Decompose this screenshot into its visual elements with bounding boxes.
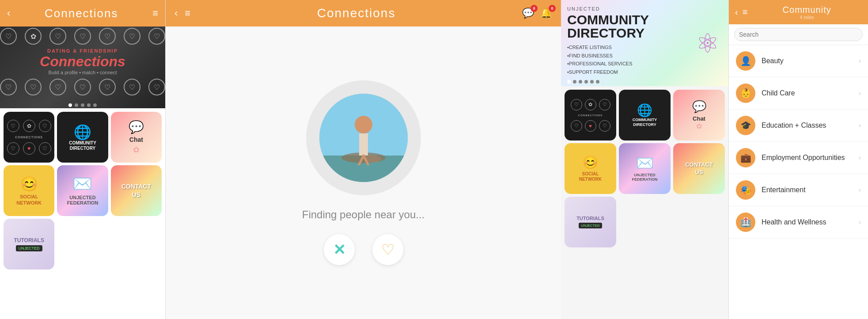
dot-5[interactable]	[93, 103, 97, 107]
sidebar-item-beauty[interactable]: 👤 Beauty ›	[729, 45, 868, 77]
banner-icon-1: ♡	[0, 28, 17, 45]
child-care-icon: 👶	[736, 84, 755, 103]
svg-point-4	[355, 116, 372, 133]
dot-3[interactable]	[81, 103, 84, 107]
beauty-label: Beauty	[762, 57, 853, 65]
child-care-label: Child Care	[762, 89, 853, 97]
banner-dots	[68, 103, 97, 107]
dislike-button[interactable]: ✕	[324, 234, 355, 265]
rm-directory-label: COMMUNITYDIRECTORY	[633, 118, 657, 127]
rdot-1[interactable]	[567, 80, 571, 84]
social-label: SOCIALNETWORK	[16, 194, 42, 205]
banner-icon-b1: ♡	[0, 79, 17, 95]
rdot-4[interactable]	[584, 80, 588, 84]
sidebar-back-icon[interactable]: ‹	[735, 7, 738, 17]
connections-badge: DATING & FRIENDSHIP Connections Build a …	[40, 48, 125, 75]
dot-4[interactable]	[87, 103, 91, 107]
sidebar-item-education[interactable]: 🎓 Education + Classes ›	[729, 110, 868, 142]
employment-label: Employment Opportunities	[762, 154, 853, 162]
sidebar-item-health[interactable]: 🏥 Health and Wellness ›	[729, 206, 868, 239]
sidebar-subtitle: 4 miles	[752, 15, 862, 20]
app-tile-tutorials[interactable]: TUTORIALS UNJECTED	[4, 219, 54, 270]
center-back-icon[interactable]: ‹	[174, 8, 178, 19]
rm-tutorials-badge: UNJECTED	[579, 223, 602, 228]
app-tile-directory[interactable]: 🌐 COMMUNITYDIRECTORY	[57, 112, 108, 163]
banner-unjected: UNJECTED	[567, 6, 722, 11]
bell-badge: 0	[549, 5, 556, 12]
app-tile-social[interactable]: 😊 SOCIALNETWORK	[4, 165, 54, 216]
rm-tile-social[interactable]: 😊 SOCIALNETWORK	[565, 143, 616, 194]
rm-chat-icon: 💬	[692, 100, 706, 114]
right-mid-banner: UNJECTED COMMUNITY DIRECTORY •CREATE LIS…	[561, 0, 728, 86]
center-header-right: 💬 0 🔔 0	[522, 8, 552, 19]
left-banner: ♡ ✿ ♡ ♡ ♡ ♡ ♡ DATING & FRIENDSHIP Connec…	[0, 27, 165, 108]
rm-chat-label: Chat	[693, 115, 705, 122]
rm-social-emoji: 😊	[583, 155, 598, 170]
beauty-icon: 👤	[736, 51, 755, 71]
dot-1[interactable]	[68, 103, 72, 107]
banner-icon-5: ♡	[99, 28, 116, 45]
banner-icon-b5: ♡	[99, 79, 116, 95]
center-header-left: ‹ ≡	[174, 8, 190, 19]
rm-tile-chat[interactable]: 💬 Chat ✿	[673, 90, 725, 141]
banner-icon-2: ✿	[25, 28, 42, 45]
atom-icon: ⚛	[696, 28, 720, 59]
action-buttons: ✕ ♡	[324, 234, 403, 265]
left-menu-icon[interactable]: ≡	[152, 8, 158, 19]
sidebar-item-employment[interactable]: 💼 Employment Opportunities ›	[729, 142, 868, 174]
education-label: Education + Classes	[762, 122, 853, 129]
connections-title: Connections	[40, 53, 125, 70]
sidebar-item-child-care[interactable]: 👶 Child Care ›	[729, 77, 868, 110]
rm-tile-directory[interactable]: 🌐 COMMUNITYDIRECTORY	[619, 90, 671, 141]
rm-chat-star: ✿	[696, 122, 702, 130]
directory-title: COMMUNITYDIRECTORY	[69, 141, 96, 151]
rm-tile-contact[interactable]: CONTACTUS	[673, 143, 725, 194]
referral-label: UNJECTEDFEDERATION	[65, 193, 100, 207]
rm-tile-tutorials[interactable]: TUTORIALS UNJECTED	[565, 197, 616, 247]
finding-text: Finding people near you...	[302, 209, 425, 221]
banner-icon-row: ♡ ✿ ♡ ♡ ♡ ♡ ♡	[0, 28, 165, 45]
chat-notification-button[interactable]: 💬 0	[522, 8, 534, 19]
search-input[interactable]	[734, 28, 863, 41]
app-tile-referral[interactable]: ✉️ UNJECTEDFEDERATION	[57, 165, 108, 216]
education-icon: 🎓	[736, 116, 755, 135]
rm-tile-connections[interactable]: ♡ ✿ ♡ CONNECTIONS ♡ ♥ ♡	[565, 90, 616, 141]
rm-globe-icon: 🌐	[637, 103, 652, 118]
entertainment-icon: 🎭	[736, 180, 755, 200]
sidebar-title: Community	[752, 5, 862, 15]
banner-community: COMMUNITY	[567, 13, 722, 27]
app-tile-connections[interactable]: ♡ ✿ ♡ CONNECTIONS ♡ ♥ ♡	[4, 112, 54, 163]
x-icon: ✕	[333, 241, 345, 258]
connections-tagline: Build a profile • match • connect	[40, 70, 125, 75]
left-panel: ‹ Connections ≡ ♡ ✿ ♡ ♡ ♡ ♡ ♡ DATING & F…	[0, 0, 166, 319]
employment-icon: 💼	[736, 148, 755, 167]
right-sidebar: ‹ ≡ Community 4 miles 👤 Beauty › 👶 Child…	[729, 0, 868, 319]
heart-icon: ♡	[381, 241, 394, 258]
banner-icon-b6: ♡	[124, 79, 140, 95]
rm-tutorials-label: TUTORIALS	[576, 216, 604, 221]
health-label: Health and Wellness	[762, 218, 853, 226]
tutorials-badge: UNJECTED	[16, 245, 42, 251]
education-chevron: ›	[859, 122, 861, 129]
rm-referral-label: UNJECTEDFEDERATION	[631, 171, 659, 183]
app-tile-contact[interactable]: CONTACTUS	[111, 165, 162, 216]
rdot-3[interactable]	[579, 80, 582, 84]
rdot-5[interactable]	[590, 80, 594, 84]
profile-photo	[319, 94, 408, 182]
left-back-icon[interactable]: ‹	[7, 8, 10, 19]
sidebar-item-entertainment[interactable]: 🎭 Entertainment ›	[729, 174, 868, 206]
banner-icon-b2: ♡	[25, 79, 42, 95]
rdot-6[interactable]	[596, 80, 599, 84]
like-button[interactable]: ♡	[372, 234, 403, 265]
center-header: ‹ ≡ Connections 💬 0 🔔 0	[166, 0, 561, 27]
rm-tile-referral[interactable]: ✉️ UNJECTEDFEDERATION	[619, 143, 671, 194]
dot-2[interactable]	[75, 103, 78, 107]
center-title: Connections	[317, 6, 396, 20]
left-header: ‹ Connections ≡	[0, 0, 165, 27]
social-emoji-icon: 😊	[20, 175, 38, 192]
center-menu-icon[interactable]: ≡	[185, 8, 190, 19]
rdot-2[interactable]	[573, 80, 576, 84]
bell-notification-button[interactable]: 🔔 0	[540, 8, 552, 19]
app-tile-chat[interactable]: 💬 Chat ✿	[111, 112, 162, 163]
sidebar-menu-icon[interactable]: ≡	[743, 7, 748, 17]
